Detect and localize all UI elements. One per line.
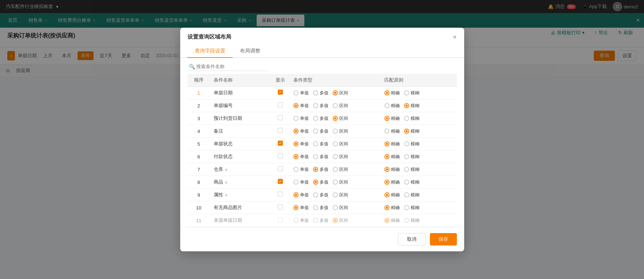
search-icon: 🔍 xyxy=(189,64,195,70)
modal-overlay[interactable]: 设置查询区域布局 × 查询字段设置 布局调整 🔍 顺序 xyxy=(0,0,644,77)
modal-dialog: 设置查询区域布局 × 查询字段设置 布局调整 🔍 顺序 xyxy=(180,28,464,77)
th-order: 顺序 xyxy=(187,74,210,77)
modal-header: 设置查询区域布局 × xyxy=(180,28,464,40)
conditions-table: 顺序 条件名称 显示 条件类型 匹配原则 1单据日期单值多值区间精确模糊2单据编… xyxy=(187,74,457,77)
modal-tabs: 查询字段设置 布局调整 xyxy=(180,40,464,58)
modal-title: 设置查询区域布局 xyxy=(187,34,231,40)
th-type: 条件类型 xyxy=(290,74,381,77)
search-wrap: 🔍 xyxy=(187,62,268,71)
modal-tab-query-fields[interactable]: 查询字段设置 xyxy=(187,45,233,58)
modal-table-wrap: 顺序 条件名称 显示 条件类型 匹配原则 1单据日期单值多值区间精确模糊2单据编… xyxy=(180,74,464,77)
modal-search-area: 🔍 xyxy=(180,58,464,74)
modal-close-button[interactable]: × xyxy=(453,34,457,40)
th-name: 条件名称 xyxy=(210,74,271,77)
th-match: 匹配原则 xyxy=(381,74,457,77)
search-input[interactable] xyxy=(187,62,268,71)
modal-tab-layout[interactable]: 布局调整 xyxy=(233,45,268,58)
table-header-row: 顺序 条件名称 显示 条件类型 匹配原则 xyxy=(187,74,457,77)
th-display: 显示 xyxy=(271,74,290,77)
